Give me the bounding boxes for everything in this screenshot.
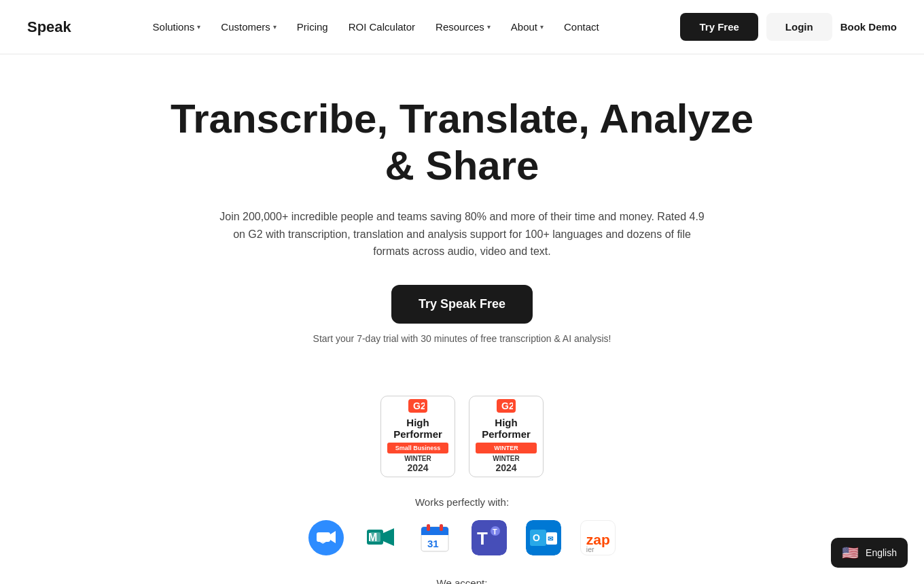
zapier-integration-icon: zap ier bbox=[580, 520, 616, 555]
google-calendar-integration-icon: 31 bbox=[417, 520, 452, 555]
svg-text:✉: ✉ bbox=[548, 535, 554, 543]
try-free-button[interactable]: Try Free bbox=[680, 13, 758, 41]
works-with-section: Works perfectly with: ⬡ M bbox=[0, 496, 924, 555]
svg-rect-4 bbox=[317, 532, 330, 542]
language-label: English bbox=[866, 547, 897, 558]
hero-title: Transcribe, Translate, Analyze & Share bbox=[156, 95, 768, 189]
chevron-down-icon: ▾ bbox=[273, 23, 277, 31]
badge-high-label: High bbox=[495, 417, 517, 428]
svg-text:ier: ier bbox=[586, 545, 594, 553]
badge-high-label: High bbox=[406, 417, 429, 428]
outlook-integration-icon: O ✉ bbox=[526, 520, 561, 555]
we-accept-section: We accept: Pay Pal VISA VISAelectron bbox=[0, 577, 924, 584]
badge-ribbon-winter: WINTER bbox=[476, 443, 537, 453]
works-with-label: Works perfectly with: bbox=[0, 496, 924, 508]
svg-text:G2: G2 bbox=[413, 400, 425, 411]
login-button[interactable]: Login bbox=[766, 13, 832, 41]
nav-pricing[interactable]: Pricing bbox=[297, 21, 328, 33]
language-selector[interactable]: 🇺🇸 English bbox=[831, 538, 908, 568]
svg-rect-17 bbox=[440, 524, 443, 531]
integrations-list: ⬡ M 31 bbox=[0, 520, 924, 555]
g2-logo-icon: G2 bbox=[497, 399, 516, 413]
google-meet-integration-icon: M bbox=[363, 520, 398, 555]
svg-text:31: 31 bbox=[427, 538, 439, 549]
nav-solutions[interactable]: Solutions ▾ bbox=[153, 21, 201, 33]
badge-performer-label: Performer bbox=[393, 428, 442, 440]
svg-rect-16 bbox=[427, 524, 430, 531]
hero-section: Transcribe, Translate, Analyze & Share J… bbox=[0, 54, 924, 371]
cta-button[interactable]: Try Speak Free bbox=[391, 285, 533, 324]
badge-ribbon-small-business: Small Business bbox=[387, 443, 448, 453]
nav-contact[interactable]: Contact bbox=[564, 21, 599, 33]
g2-badge-small-business: G2 High Performer Small Business WINTER … bbox=[380, 396, 455, 477]
teams-integration-icon: T T bbox=[472, 520, 507, 555]
badge-season: WINTER bbox=[404, 455, 431, 462]
we-accept-label: We accept: bbox=[0, 577, 924, 584]
badge-year: 2024 bbox=[495, 462, 516, 473]
nav-about[interactable]: About ▾ bbox=[511, 21, 544, 33]
chevron-down-icon: ▾ bbox=[540, 23, 544, 31]
nav-actions: Try Free Login Book Demo bbox=[680, 13, 897, 41]
badge-year: 2024 bbox=[407, 462, 428, 473]
g2-logo-icon: G2 bbox=[408, 399, 427, 413]
book-demo-button[interactable]: Book Demo bbox=[840, 21, 897, 33]
badge-season: WINTER bbox=[493, 455, 519, 462]
brand-logo[interactable]: Speak bbox=[27, 18, 71, 36]
nav-roi-calculator[interactable]: ROI Calculator bbox=[349, 21, 415, 33]
svg-rect-14 bbox=[421, 532, 448, 535]
navbar: Speak Solutions ▾ Customers ▾ Pricing RO… bbox=[0, 0, 924, 54]
flag-icon: 🇺🇸 bbox=[842, 545, 859, 561]
svg-text:O: O bbox=[533, 532, 540, 543]
nav-resources[interactable]: Resources ▾ bbox=[436, 21, 491, 33]
zoom-integration-icon: ⬡ bbox=[308, 520, 344, 555]
svg-text:T: T bbox=[477, 528, 488, 549]
nav-links: Solutions ▾ Customers ▾ Pricing ROI Calc… bbox=[153, 21, 599, 33]
hero-subtitle: Join 200,000+ incredible people and team… bbox=[217, 208, 707, 260]
badge-performer-label: Performer bbox=[482, 428, 531, 440]
svg-text:T: T bbox=[493, 528, 497, 536]
chevron-down-icon: ▾ bbox=[197, 23, 200, 31]
svg-text:M: M bbox=[368, 532, 377, 543]
g2-badge-winter: G2 High Performer WINTER WINTER 2024 bbox=[469, 396, 544, 477]
chevron-down-icon: ▾ bbox=[487, 23, 491, 31]
g2-badges: G2 High Performer Small Business WINTER … bbox=[0, 396, 924, 477]
trial-text: Start your 7-day trial with 30 minutes o… bbox=[27, 333, 897, 344]
svg-text:G2: G2 bbox=[501, 400, 513, 411]
nav-customers[interactable]: Customers ▾ bbox=[221, 21, 277, 33]
